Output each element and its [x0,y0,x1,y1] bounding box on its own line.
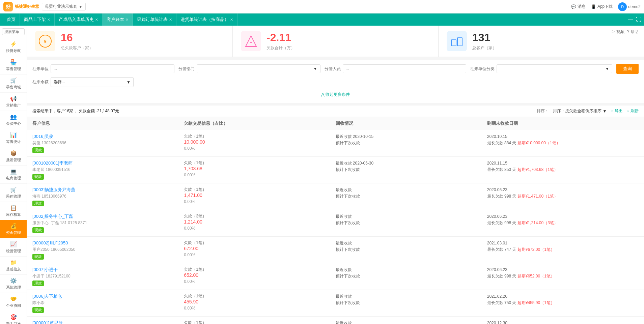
customer-contact: 用户2050 18665062050 [32,247,184,253]
sidebar-item-batch-mgmt[interactable]: 📦 批发管理 [0,147,27,166]
tab-purchase-stats[interactable]: 采购订单统计表 ✕ [133,13,176,26]
sidebar-item-marketing[interactable]: 📢 营销推广 [0,93,27,111]
debt-amount: 1,214.00 [184,219,335,225]
debt-info-cell: 欠款（1笔） 455.90 0.00% [184,293,335,311]
results-summary: 搜索结果中，客户16家， 欠款金额 -21,148.07元 [32,108,119,114]
search-button[interactable]: 查询 [616,64,639,74]
sort-button[interactable]: 排序：按欠款金额倒序排序 ▼ [553,108,607,114]
filter-person: 分管人员 ... [325,64,467,73]
sidebar-item-system[interactable]: ⚙️ 系统管理 [0,275,27,293]
export-button[interactable]: ○ 导出 [611,108,623,114]
customer-name-link[interactable]: [0006]去下粮仓 [32,293,184,299]
sidebar-item-ops[interactable]: 📈 经营管理 [0,238,27,257]
recovery-cell: 最近收款 预计下次收款 [336,293,487,306]
source-unit-input[interactable]: ... [51,64,174,73]
sidebar-item-retail-mgmt[interactable]: 🏪 零售管理 [0,56,27,75]
customer-name-link[interactable]: [000002]用户2050 [32,240,184,246]
finance-icon: 💰 [10,223,17,229]
stat-number-total-customers: 131 [472,31,497,44]
tab-incoming-stats[interactable]: 进货单统计表（按商品） ✕ [176,13,237,26]
tab-customer-account[interactable]: 客户账本 ✕ [103,13,133,26]
sidebar-item-newbie[interactable]: 🎯 新手引导 [0,311,27,324]
maximize-icon[interactable]: ⛶ [636,17,641,23]
overdue-link[interactable]: 超期¥455.90（1笔） [517,300,555,305]
customer-name-link[interactable]: [000001]黄思源 [32,320,184,324]
dept-select[interactable]: ▼ [197,64,320,73]
tab-produce-history[interactable]: 产成品入库单历史 ✕ [55,13,103,26]
refresh-button[interactable]: ○ 刷新 [627,108,639,114]
sidebar-item-label: 会员中心 [6,121,21,126]
overdue-link[interactable]: 超期¥1,471.00（1笔） [517,194,558,199]
due-date: 2020.12.30 [487,320,639,324]
debt-count: 欠款（1笔） [184,293,335,299]
sidebar-item-retail-mall[interactable]: 🛒 零售商城 [0,75,27,93]
customer-name-link[interactable]: [0003]畅捷服务尹海燕 [32,187,184,193]
sidebar-item-purchase[interactable]: 🛒 采购管理 [0,184,27,202]
minimize-icon[interactable]: — [628,17,633,23]
sidebar-item-member[interactable]: 👥 会员中心 [0,111,27,129]
app-icon: 📱 [591,4,596,9]
sidebar-item-retail-stats[interactable]: 📊 零售统计 [0,129,27,147]
tab-incoming-stats-close[interactable]: ✕ [230,18,233,22]
debt-pct: 0.00% [184,253,335,257]
sidebar-item-ecommerce[interactable]: 💻 电商管理 [0,166,27,184]
quick-nav-icon: ⚡ [10,41,17,47]
sidebar-item-enterprise-collab[interactable]: 🤝 企业协同 [0,293,27,311]
unit-category-label: 往来单位分类 [470,66,495,72]
user-menu[interactable]: D demo2 [618,2,641,11]
sidebar-item-finance[interactable]: 💰 资金管理 [0,220,27,238]
sidebar-item-basic[interactable]: 📁 基础信息 [0,257,27,275]
tab-produce-history-close[interactable]: ✕ [95,18,98,22]
store-selector[interactable]: 母婴行业演示账套 ▼ [42,3,86,10]
debt-info-cell: 欠款（1笔） 672.00 0.00% [184,240,335,257]
overdue-link[interactable]: 超期¥1,703.68（1笔） [517,167,558,172]
sidebar-item-inventory[interactable]: 📋 库存核算 [0,202,27,220]
unit-category-select[interactable]: ▼ [497,64,612,73]
overdue-days: 最长欠款 998 天 超期¥1,471.00（1笔） [487,193,639,200]
overdue-link[interactable]: 超期¥652.00（1笔） [517,274,555,278]
search-input[interactable] [2,28,25,35]
video-btn[interactable]: ▷ 视频 [611,29,624,35]
sort-arrow-icon: ▼ [603,109,607,114]
customer-contact: 服务中心_丁磊 181 0125 8371 [32,220,184,226]
tab-customer-account-label: 客户账本 [107,17,124,23]
recovery-cell: 最近收款 预计下次收款 [336,213,487,226]
logo-text: 畅捷通好生意 [15,4,39,9]
customer-name-link[interactable]: [0016]吴俊 [32,134,184,140]
due-date-cell: 2020.06.23 最长欠款 998 天 超期¥652.00（1笔） [487,267,639,279]
retail-stats-icon: 📊 [10,132,17,138]
sidebar-search [0,26,27,38]
sidebar-item-label: 资金管理 [6,230,21,235]
table-row: [0007]小进干 小进干 18279152100 现款 欠款（1笔） 652.… [27,263,644,290]
app-download-btn[interactable]: 📱 App下载 [591,4,613,9]
balance-select[interactable]: 选择... ▼ [51,77,134,87]
customer-name-link[interactable]: [0002]服务中心_丁磊 [32,213,184,219]
overdue-link[interactable]: 超期¥672.00（1笔） [517,247,555,252]
recovery-cell: 最近收款 预计下次收款 [336,267,487,279]
customer-tag: 现款 [32,307,44,313]
customer-name-link[interactable]: [0001020001]李老师 [32,160,184,166]
message-btn[interactable]: 💬 消息 [571,4,586,9]
tab-purchase-stats-label: 采购订单统计表 [137,17,168,23]
tab-customer-account-close[interactable]: ✕ [125,18,129,22]
customer-info-cell: [000002]用户2050 用户2050 18665062050 现款 [32,240,184,260]
help-btn[interactable]: ? 帮助 [627,29,639,35]
person-input[interactable]: ... [343,64,467,73]
table-row: [0001020001]李老师 李老师 18600391516 现款 欠款（1笔… [27,157,644,183]
tab-products-offline[interactable]: 商品上下架 ✕ [20,13,55,26]
customer-name-link[interactable]: [0007]小进干 [32,267,184,273]
tab-products-offline-close[interactable]: ✕ [47,18,50,22]
next-payment: 预计下次收款 [336,273,487,279]
debt-info-cell: 欠款（1笔） 429.00 0.00% [184,320,335,324]
customer-tag: 现款 [32,174,44,180]
sidebar-item-label: 新手引导 [6,321,21,324]
member-icon: 👥 [10,114,17,120]
due-date: 2021.03.01 [487,240,639,246]
overdue-link[interactable]: 超期¥1,214.00（3笔） [517,220,558,225]
collapse-filter-btn[interactable]: ⋀ 收起更多条件 [32,90,639,99]
tab-purchase-stats-close[interactable]: ✕ [169,18,172,22]
sidebar-item-quick-nav[interactable]: ⚡ 快捷导航 [0,38,27,56]
debt-amount: 1,703.68 [184,166,335,171]
overdue-link[interactable]: 超期¥10,000.00（1笔） [517,141,560,145]
tab-home[interactable]: 首页 [3,13,20,26]
